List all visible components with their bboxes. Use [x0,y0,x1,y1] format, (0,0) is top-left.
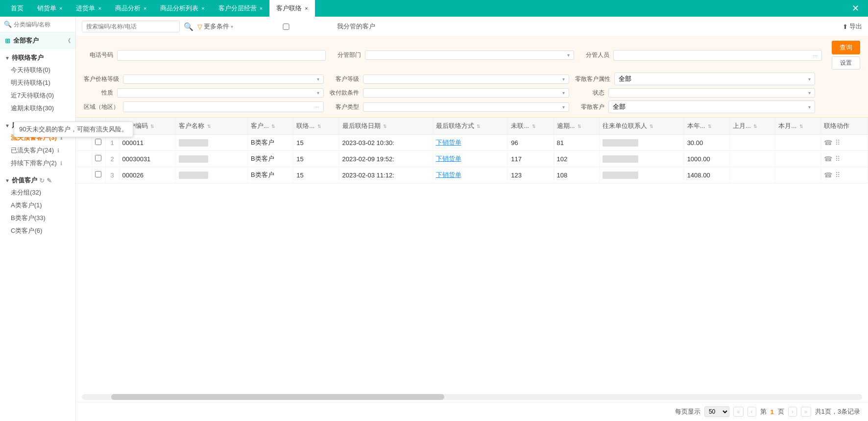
row-unit-contact: ████████ [599,167,684,183]
tab-home[interactable]: 首页 [4,0,30,17]
row-type: B类客户 [247,151,293,167]
row-not-contacted: 96 [508,135,554,151]
sidebar-item-week[interactable]: 近7天待联络(0) [0,89,75,102]
grid-icon: ⊞ [5,37,10,45]
last-method-link[interactable]: 下销货单 [436,139,461,146]
row-index: 3 [105,167,119,183]
row-actions: ☎ ⠿ [821,135,868,151]
row-this-year: 1408.00 [684,167,729,183]
close-window-button[interactable]: ✕ [847,3,864,14]
first-page-button[interactable]: « [733,407,744,417]
sidebar-section-value-header[interactable]: ▼ 价值客户 ↻ ✎ [0,173,75,186]
close-product-analysis-tab[interactable]: × [144,5,146,11]
payment-select[interactable]: ▾ [363,88,570,98]
col-action: 联络动作 [821,118,868,135]
col-unit-contact: 往来单位联系人 ⇅ [599,118,684,135]
row-select-checkbox[interactable] [95,139,101,145]
filter-row-3: 性质 ▾ 收付款条件 ▾ 状态 [84,88,860,98]
prev-page-button[interactable]: ‹ [747,407,756,417]
filter-region: 区域（地区） ··· [84,101,324,112]
search-input[interactable] [82,21,180,32]
row-last-month [729,151,775,167]
tab-customer-tier[interactable]: 客户分层经营 × [212,0,269,17]
last-method-link[interactable]: 下销货单 [436,155,461,162]
tab-purchase[interactable]: 进货单 × [69,0,108,17]
close-sales-tab[interactable]: × [59,5,62,11]
close-purchase-tab[interactable]: × [98,5,101,11]
more-actions-icon[interactable]: ⠿ [835,155,840,163]
col-last-method: 最后联络方式 ⇅ [433,118,508,135]
arrow-icon: ▼ [5,55,10,61]
phone-input[interactable] [117,50,326,61]
sidebar-item-unclassified[interactable]: 未分组(32) [0,186,75,199]
zero-customer-select[interactable]: 全部 ▾ [608,100,815,113]
tab-customer-contact[interactable]: 客户联络 × [269,0,314,17]
filter-row-2: 客户价格等级 ▾ 客户等级 ▾ 零散客户属性 全部 [84,73,860,85]
row-name: ██████ [176,151,248,167]
row-unit-contact: ████████ [599,151,684,167]
export-button[interactable]: ⬆ 导出 [843,22,862,31]
filter-phone: 电话号码 [84,50,326,61]
customer-type-select[interactable]: ▾ [363,102,570,112]
status-label: 状态 [575,89,604,97]
row-select-checkbox[interactable] [95,171,101,177]
row-unit-contact: ████████ [599,135,684,151]
refresh-icon[interactable]: ↻ [39,177,45,184]
sidebar-section-pending-header[interactable]: ▼ 待联络客户 [0,51,75,64]
dept-select[interactable]: ▾ [365,50,574,60]
next-page-button[interactable]: › [788,407,797,417]
zero-attr-label: 零散客户属性 [575,75,610,83]
sort-code: ⇅ [150,124,154,129]
more-conditions-button[interactable]: ▽ 更多条件 ▾ [197,22,233,31]
dept-select-arrow: ▾ [567,52,570,58]
nature-select[interactable]: ▾ [117,88,324,98]
price-tier-select[interactable]: ▾ [123,74,324,84]
last-method-link[interactable]: 下销货单 [436,171,461,178]
sidebar-item-today[interactable]: 今天待联络(0) [0,64,75,76]
person-more-icon[interactable]: ··· [813,52,818,59]
close-customer-contact-tab[interactable]: × [305,5,308,11]
col-this-month: 本月... ⇅ [775,118,821,135]
tab-product-analysis[interactable]: 商品分析 × [108,0,153,17]
sidebar-all-customers[interactable]: ⊞ 全部客户 《 [0,32,75,49]
contact-icon[interactable]: ☎ [824,171,832,179]
more-actions-icon[interactable]: ⠿ [835,171,840,179]
filter-customer-tier: 客户等级 ▾ [330,74,570,84]
sidebar-item-tomorrow[interactable]: 明天待联络(1) [0,76,75,89]
tab-product-analysis-list[interactable]: 商品分析列表 × [153,0,211,17]
close-customer-tier-tab[interactable]: × [260,5,263,11]
edit-icon[interactable]: ✎ [47,177,52,184]
last-page-button[interactable]: » [801,407,811,417]
payment-label: 收付款条件 [330,89,359,97]
sidebar-item-class-b[interactable]: B类客户(33) [0,212,75,224]
row-select-checkbox[interactable] [95,155,101,161]
row-this-month [775,135,821,151]
tab-sales[interactable]: 销货单 × [30,0,69,17]
sidebar-item-overdue[interactable]: 逾期未联络(30) [0,102,75,115]
row-gear [76,167,92,183]
contact-icon[interactable]: ☎ [824,139,832,147]
sidebar-item-class-a[interactable]: A类客户(1) [0,199,75,212]
settings-button[interactable]: 设置 [832,56,860,70]
filter-search-button[interactable]: 🔍 [184,22,193,31]
col-type: 客户... ⇅ [247,118,293,135]
region-more-icon[interactable]: ··· [314,103,319,110]
region-select[interactable]: ··· [123,101,324,112]
zero-attr-select[interactable]: 全部 ▾ [614,73,815,85]
sidebar-search-input[interactable] [14,21,72,28]
status-arrow: ▾ [808,90,811,96]
person-select[interactable]: ··· [613,50,822,61]
close-product-list-tab[interactable]: × [201,5,204,11]
my-customers-checkbox[interactable] [237,24,335,30]
status-select[interactable]: ▾ [608,88,815,98]
sidebar-item-churned[interactable]: 已流失客户(24) ℹ [0,144,75,157]
contact-icon[interactable]: ☎ [824,155,832,163]
page-size-select[interactable]: 50 100 200 [704,406,729,417]
main-layout: 🔍 ⊞ 全部客户 《 ▼ 待联络客户 今天待联络(0) 明天待联络(1) 近7天… [0,17,868,421]
sidebar-item-continuous-drop[interactable]: 持续下滑客户(2) ℹ [0,157,75,170]
sidebar-item-class-c[interactable]: C类客户(6) [0,224,75,237]
more-actions-icon[interactable]: ⠿ [835,139,840,147]
horizontal-scrollbar[interactable] [82,394,862,400]
customer-tier-select[interactable]: ▾ [363,74,570,84]
query-button[interactable]: 查询 [832,41,860,54]
